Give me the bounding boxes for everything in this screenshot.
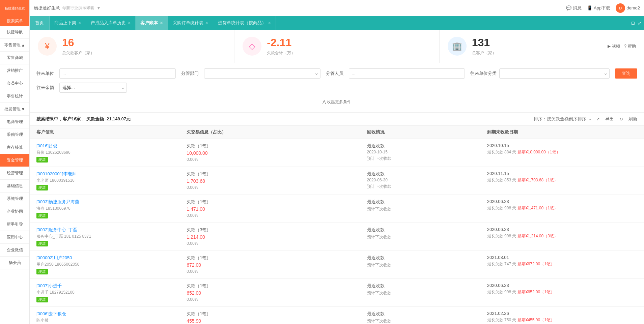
payback-date-0: 2020-10-15 (367, 150, 487, 154)
customer-name-1[interactable]: [0001020001]李老师 (36, 171, 187, 177)
video-action[interactable]: ▶ 视频 (608, 43, 620, 49)
customer-name-0[interactable]: [0016]吕俊 (36, 143, 187, 149)
table-row: [000002]用户2050 用户2050 18665062050 现款 欠款（… (30, 251, 644, 279)
sidebar-item-enterprise-wechat[interactable]: 企业微信 (0, 244, 29, 257)
tab-close-product-offline[interactable]: × (78, 20, 81, 26)
tab-close-product-history[interactable]: × (128, 20, 131, 26)
payback-date-1: 2020-06-30 (367, 178, 487, 182)
sidebar-item-enterprise-collab[interactable]: 企业协同 (0, 205, 29, 218)
sidebar-item-new-guide[interactable]: 新手引导 (0, 218, 29, 231)
filter-select-balance[interactable]: 选择... (59, 83, 127, 93)
tabs-bar: 首页 商品上下架 × 产成品入库单历史 × 客户账本 × 采购订单统计表 × 进… (30, 16, 644, 30)
help-action[interactable]: ? 帮助 (624, 43, 636, 49)
content-area: ¥ 16 总欠款客户（家） ◇ -2.11 欠款合计（万） 🏢 (30, 30, 644, 324)
sidebar-item-retail-mgmt[interactable]: 零售管理 ▲ (0, 39, 29, 52)
brand-dropdown-icon[interactable]: ▼ (96, 5, 101, 10)
customer-info-3: [0002]服务中心_丁磊 服务中心_丁磊 181 0125 8371 现款 (36, 227, 187, 246)
tab-customer-account[interactable]: 客户账本 × (136, 16, 168, 30)
tabs-expand-icon[interactable]: ⤢ (638, 21, 641, 26)
refresh-label[interactable]: 刷新 (628, 116, 637, 122)
query-button[interactable]: 查询 (615, 68, 637, 79)
date-info-0: 2020.10.15 最长欠款 884 天 超期¥10,000.00（1笔） (487, 143, 637, 163)
overdue-info-2: 最长欠款 998 天 超期¥1,471.00（1笔） (487, 205, 637, 211)
app-download-icon: 📱 (587, 5, 592, 10)
sort-chevron-icon (589, 118, 591, 120)
sidebar-item-basic-info[interactable]: 基础信息 (0, 180, 29, 193)
sidebar-item-search[interactable]: 搜索菜单 (0, 16, 29, 26)
overdue-link-5[interactable]: 超期¥652.00（1笔） (517, 290, 555, 294)
tabs-collapse-icon[interactable]: ⊡ (631, 21, 635, 26)
filter-label-dept: 分管部门 (181, 70, 201, 77)
tab-home[interactable]: 首页 (30, 16, 50, 30)
payback-next-5: 预计下次收款 (367, 290, 487, 296)
sidebar-item-ecommerce[interactable]: 电商管理 (0, 116, 29, 128)
tab-close-customer-account[interactable]: × (160, 20, 163, 26)
sidebar-item-app-center[interactable]: 应用中心 (0, 231, 29, 244)
overdue-link-3[interactable]: 超期¥1,214.00（3笔） (517, 234, 558, 238)
results-summary: 搜索结果中，客户16家 (36, 116, 81, 121)
overdue-days-4: 最长欠款 747 天 (487, 262, 516, 266)
sidebar-item-member-center[interactable]: 会员中心 (0, 77, 29, 90)
overdue-link-0[interactable]: 超期¥10,000.00（1笔） (517, 150, 560, 154)
export-label[interactable]: 导出 (605, 116, 614, 122)
debt-count-2: 欠款（1笔） (187, 199, 367, 205)
sidebar-item-marketing[interactable]: 营销推广 (0, 64, 29, 77)
debt-amount-1: 1,703.68 (187, 178, 367, 184)
sidebar-item-operations[interactable]: 经营管理 (0, 167, 29, 180)
filter-select-category[interactable] (499, 68, 610, 79)
stat-icon-total-customers: 🏢 (448, 37, 467, 56)
sidebar-item-retail-stats[interactable]: 零售统计 (0, 90, 29, 103)
stats-row: ¥ 16 总欠款客户（家） ◇ -2.11 欠款合计（万） 🏢 (30, 30, 644, 63)
sidebar-item-quick-nav[interactable]: 快捷导航 (0, 26, 29, 39)
app-download-button[interactable]: 📱 App下载 (587, 5, 610, 11)
user-menu[interactable]: D demo2 (616, 3, 640, 13)
brand-sub: 母婴行业演示账套 (62, 5, 94, 11)
tab-close-purchase-order[interactable]: × (205, 20, 208, 26)
tab-purchase-order[interactable]: 采购订单统计表 × (168, 16, 213, 30)
debt-info-2: 欠款（1笔） 1,471.00 0.00% (187, 199, 367, 218)
sidebar-item-inventory[interactable]: 库存核算 (0, 141, 29, 154)
payback-label-6: 最近收款 (367, 311, 487, 317)
filter-select-dept[interactable] (204, 68, 320, 79)
tab-close-import-stats[interactable]: × (268, 20, 271, 26)
sidebar-item-member-vip[interactable]: 畅会员 (0, 257, 29, 269)
overdue-link-2[interactable]: 超期¥1,471.00（1笔） (517, 206, 558, 210)
debt-info-5: 欠款（1笔） 652.00 0.00% (187, 283, 367, 302)
tab-product-history[interactable]: 产成品入库单历史 × (86, 16, 136, 30)
sidebar-item-system[interactable]: 系统管理 (0, 193, 29, 205)
filter-label-person: 分管人员 (326, 70, 346, 77)
customer-name-4[interactable]: [000002]用户2050 (36, 255, 187, 261)
sort-control[interactable]: 排序：按欠款金额倒序排序 (534, 116, 591, 122)
stat-card-debt-amount: ◇ -2.11 欠款合计（万） (234, 30, 439, 63)
debt-count-1: 欠款（1笔） (187, 171, 367, 177)
username: demo2 (626, 5, 640, 10)
filter-input-person[interactable]: ... (349, 68, 465, 79)
stat-info-total-customers: 131 总客户（家） (472, 36, 496, 56)
table-container: 客户信息 欠交易信息（占比） 回收情况 到期未收款日期 [0016]吕俊 吕俊 … (30, 126, 644, 324)
overdue-link-1[interactable]: 超期¥1,703.68（1笔） (517, 178, 558, 182)
sidebar-item-finance[interactable]: 资金管理 (0, 154, 29, 167)
results-actions: 排序：按欠款金额倒序排序 ↗ 导出 ↻ 刷新 (534, 116, 637, 122)
sidebar-item-purchase-mgmt[interactable]: 采购管理 (0, 128, 29, 141)
message-button[interactable]: 💬 消息 (566, 5, 582, 11)
customer-name-3[interactable]: [0002]服务中心_丁磊 (36, 227, 187, 233)
tab-import-stats[interactable]: 进货单统计表（按商品） × (213, 16, 276, 30)
due-date-1: 2020.11.15 (487, 171, 637, 176)
overdue-link-6[interactable]: 超期¥455.90（1笔） (517, 318, 555, 322)
overdue-link-4[interactable]: 超期¥672.00（1笔） (517, 262, 555, 266)
date-info-6: 2021.02.26 最长欠款 750 天 超期¥455.90（1笔） (487, 311, 637, 324)
stat-value-debt-customers: 16 (62, 36, 94, 49)
filter-input-unit[interactable]: ... (59, 68, 176, 79)
collapse-filter-button[interactable]: ⋀ 收起更多条件 (36, 97, 637, 107)
sidebar-item-wholesale-mgmt[interactable]: 批发管理 ▼ (0, 103, 29, 116)
stat-icon-debt-customers: ¥ (38, 37, 57, 56)
customer-name-6[interactable]: [0006]去下粮仓 (36, 311, 187, 317)
payback-label-5: 最近收款 (367, 283, 487, 289)
stat-label-debt-amount: 欠款合计（万） (267, 50, 295, 56)
customer-name-2[interactable]: [0003]畅捷服务尹海燕 (36, 199, 187, 205)
col-header-date: 到期未收款日期 (487, 129, 637, 135)
tab-product-offline[interactable]: 商品上下架 × (50, 16, 86, 30)
payback-next-0: 预计下次收款 (367, 156, 487, 161)
sidebar-item-retail-mall[interactable]: 零售商城 (0, 52, 29, 64)
customer-name-5[interactable]: [0007]小进千 (36, 283, 187, 289)
